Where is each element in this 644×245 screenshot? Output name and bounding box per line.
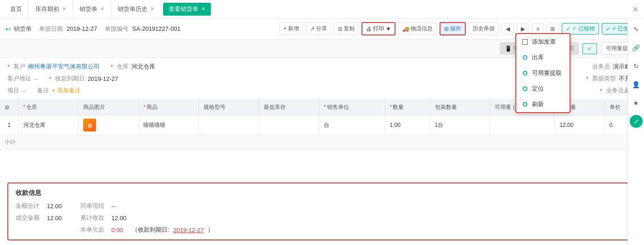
dropdown-available-fetch[interactable]: 可用量提取 [516,65,570,81]
share-icon: ↗ [310,26,315,32]
copy-icon: ⧉ [338,26,342,32]
doc-type-icon: ↩ [6,25,11,33]
dropdown-add-invoice[interactable]: 添加发票 [516,34,570,50]
settings-icon: ⚙ [5,104,10,111]
tab-sales[interactable]: 销货单 ✕ [73,0,111,18]
confirm-button[interactable]: ✓ [582,43,597,54]
tab-inventory[interactable]: 库存期初 ✕ [29,0,73,18]
row-pack-qty: 1台 [430,115,490,135]
tab-sales-history[interactable]: 销货单历史 ✕ [111,0,161,18]
logistics-icon: 🚚 [402,26,409,32]
row-product: 嘻嘻嘻嘻 [139,115,199,135]
col-product-img: 商品图片 [79,100,139,115]
effective-icon: ✓ [606,26,610,32]
subtotal-label: 小计 [0,135,644,150]
payment-col-right: 同单现结 -- 累计收款 12.00 本单欠款 0.00 （收款到期日: 201… [80,202,214,234]
operations-dropdown: 添加发票 出库 可用量提取 定位 刷新 [515,33,571,113]
add-note-icon: + [52,87,56,94]
tab-view-sales-close[interactable]: ✕ [201,6,205,12]
copy-button[interactable]: ⧉ 复制 [334,23,359,35]
row-stock: 12.00 [555,115,604,135]
view1-button[interactable]: ≡ [532,23,543,34]
col-spec: 规格型号 [199,100,259,115]
row-spec [199,115,259,135]
sidebar-expand-icon[interactable]: ⤢ [630,115,643,128]
available-fetch-icon [522,70,528,76]
tab-sales-history-close[interactable]: ✕ [150,6,154,12]
col-warehouse: *仓库 [18,100,79,115]
col-product: *商品 [139,100,199,115]
print-icon: 🖨 [366,26,372,32]
same-order-item: 同单现结 -- [80,202,214,210]
logistics-button[interactable]: 🚚 物流信息 [398,23,437,35]
payment-section: 收款信息 金额合计 12.00 成交金额 12.00 同单现结 -- 累计收款 [7,182,637,240]
subtotal-row: 小计 [0,135,644,150]
phone-icon: 📱 [505,46,512,52]
row-unit: 台 [319,115,385,135]
balance-item: 本单欠款 0.00 （收款到期日: 2019-12-27 ） [80,226,214,234]
product-thumbnail: ▦ [83,119,96,131]
locate-icon [522,85,528,92]
col-min-stock: 最低库存 [259,100,319,115]
sold-out-icon: ✓ [566,26,571,32]
row-warehouse: 河北仓库 [18,115,79,135]
dropdown-outbound[interactable]: 出库 [516,50,570,65]
add-invoice-icon [522,39,528,45]
address-field: 客户地址 -- [7,74,38,83]
next-button[interactable]: ▶ [517,23,529,34]
dropdown-refresh[interactable]: 刷新 [516,97,570,112]
table-row: 1 河北仓库 ▦ 嘻嘻嘻嘻 台 1.00 1台 12.00 0. [0,115,644,135]
print-button[interactable]: 🖨 打印 ▼ [362,22,395,35]
doc-type: ↩ 销货单 [6,25,32,33]
operations-icon: ⊞ [444,26,449,32]
row-product-img: ▦ [79,115,139,135]
outbound-icon [522,54,528,61]
note-field: 备注 + 添加备注 [37,86,81,95]
doc-meta-date: 单据日期 2019-12-27 [39,25,97,33]
sidebar-refresh-icon[interactable]: ↻ [630,60,643,73]
prev-button[interactable]: ◀ [502,23,514,34]
sidebar-edit-icon[interactable]: ✎ [630,23,643,36]
doc-actions: + 新增 ↗ 分享 ⧉ 复制 🖨 打印 ▼ 🚚 物流信息 ⊞ 操作 [279,22,638,35]
dropdown-locate[interactable]: 定位 [516,81,570,97]
warehouse-field: * 仓库 河北仓库 [111,63,155,71]
payment-title: 收款信息 [16,189,628,197]
view2-button[interactable]: ⊞ [546,23,559,34]
amount-total-item: 金额合计 12.00 [16,202,62,210]
tab-sales-close[interactable]: ✕ [100,6,104,12]
window-close-button[interactable]: ✕ [633,5,638,13]
share-button[interactable]: ↗ 分享 [306,23,331,35]
refresh-icon [522,101,528,108]
col-pack-qty: 包装数量 [430,100,490,115]
row-quantity: 1.00 [385,115,430,135]
row-available [490,115,555,135]
row-min-stock [259,115,319,135]
right-sidebar: ✎ 🔗 ↻ 👤 ★ ⤢ [627,18,644,245]
col-settings[interactable]: ⚙ [0,100,18,115]
transaction-amount-item: 成交金额 12.00 [16,214,62,222]
doc-type-label: 销货单 [14,25,32,33]
tab-view-sales[interactable]: 查看销货单 ✕ [163,3,211,16]
history-button[interactable]: 历史单据 [469,23,499,35]
sidebar-user-icon[interactable]: 👤 [630,78,643,91]
tab-inventory-close[interactable]: ✕ [62,6,66,12]
customer-field: * 客户 柳州粤港平安气体有限公司 [7,63,100,71]
col-quantity: *数量 [385,100,430,115]
payment-col-left: 金额合计 12.00 成交金额 12.00 [16,202,62,234]
due-date-field: * 收款到期日 2019-12-27 [49,74,119,83]
cumulative-item: 累计收款 12.00 [80,214,214,222]
tab-bar: 首页 库存期初 ✕ 销货单 ✕ 销货单历史 ✕ 查看销货单 ✕ ✕ [0,0,644,18]
operations-button[interactable]: ⊞ 操作 [440,22,466,35]
tab-home[interactable]: 首页 [4,0,29,18]
sidebar-link-icon[interactable]: 🔗 [630,41,643,54]
doc-meta-number: 单据编号 SA-20191227-001 [105,25,181,33]
sidebar-star-icon[interactable]: ★ [630,97,643,109]
col-unit: *销售单位 [319,100,385,115]
new-button[interactable]: + 新增 [279,23,303,35]
payment-rows: 金额合计 12.00 成交金额 12.00 同单现结 -- 累计收款 12.00 [16,202,628,234]
project-field: 项目 -- [7,86,26,95]
row-index: 1 [0,115,18,135]
